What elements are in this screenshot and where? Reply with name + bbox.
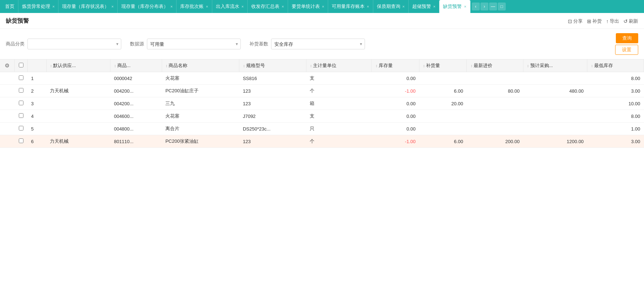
- row-spec-cell: J7092: [239, 110, 306, 123]
- data-table: ⚙ 默认供应... 商品... 商品名称 规格型号 主计量单位 库存量 补货量 …: [0, 59, 644, 148]
- tab-batch-account[interactable]: 库存批次账 ×: [177, 0, 212, 13]
- tab-demand-stats[interactable]: 要货单统计表 ×: [288, 0, 328, 13]
- select-all-checkbox[interactable]: [19, 63, 23, 67]
- page-title: 缺货预警: [6, 17, 29, 25]
- row-gear-cell: [0, 110, 14, 123]
- row-code-cell: 004800...: [110, 123, 162, 135]
- row-unit-cell: 个: [306, 135, 372, 148]
- tab-close-receive-summary[interactable]: ×: [282, 4, 284, 9]
- row-gear-cell: [0, 72, 14, 85]
- col-header-name[interactable]: 商品名称: [162, 59, 239, 72]
- row-est-purchase-cell: 480.00: [523, 85, 587, 97]
- row-min-stock-cell: 3.00: [587, 85, 644, 97]
- col-header-checkbox: [14, 59, 27, 72]
- col-header-stock[interactable]: 库存量: [372, 59, 419, 72]
- row-checkbox[interactable]: [19, 88, 23, 93]
- replenish-icon: ⊞: [587, 18, 591, 24]
- share-icon: ⊡: [568, 18, 572, 24]
- row-num-cell: 2: [27, 85, 46, 97]
- row-latest-price-cell: [467, 72, 523, 85]
- tab-prev-button[interactable]: ‹: [472, 3, 480, 10]
- row-replenish-cell: [419, 72, 467, 85]
- row-checkbox-cell: [14, 110, 27, 123]
- table-row: 5 004800... 离合片 DS250*23c... 只 0.00 1.00: [0, 123, 644, 135]
- row-checkbox[interactable]: [19, 113, 23, 118]
- tab-minimize-button[interactable]: —: [489, 3, 497, 10]
- tab-nav-buttons: ‹ › — □: [472, 3, 506, 10]
- row-num-cell: 6: [27, 135, 46, 148]
- col-header-supplier[interactable]: 默认供应...: [46, 59, 110, 72]
- settings-button[interactable]: 设置: [615, 45, 638, 55]
- row-checkbox[interactable]: [19, 126, 23, 131]
- row-supplier-cell: 力天机械: [46, 135, 110, 148]
- datasource-select-wrapper: 可用量 ▾: [147, 39, 241, 49]
- row-checkbox[interactable]: [19, 75, 23, 80]
- replenish-button[interactable]: ⊞ 补货: [587, 18, 602, 25]
- row-replenish-cell: [419, 110, 467, 123]
- filter-datasource-group: 数据源 可用量 ▾: [130, 39, 241, 49]
- row-unit-cell: 支: [306, 72, 372, 85]
- row-code-cell: 801110...: [110, 135, 162, 148]
- tab-close-defect-handling[interactable]: ×: [52, 4, 55, 9]
- row-replenish-cell: 20.00: [419, 97, 467, 110]
- row-name-cell: 火花塞: [162, 110, 239, 123]
- row-code-cell: 004200...: [110, 85, 162, 97]
- col-header-unit[interactable]: 主计量单位: [306, 59, 372, 72]
- col-header-replenish[interactable]: 补货量: [419, 59, 467, 72]
- row-name-cell: 火花塞: [162, 72, 239, 85]
- replenish-basis-select[interactable]: 安全库存: [271, 39, 365, 49]
- gear-button[interactable]: ⚙: [5, 62, 9, 69]
- row-checkbox[interactable]: [19, 101, 23, 105]
- row-est-purchase-cell: [523, 72, 587, 85]
- row-est-purchase-cell: [523, 110, 587, 123]
- datasource-select[interactable]: 可用量: [147, 39, 241, 49]
- tab-close-batch-account[interactable]: ×: [206, 4, 208, 9]
- tab-close-inventory-dist[interactable]: ×: [170, 4, 173, 9]
- row-gear-cell: [0, 85, 14, 97]
- tab-close-overstock-warning[interactable]: ×: [433, 4, 435, 9]
- replenish-basis-label: 补货基数: [249, 41, 268, 47]
- refresh-button[interactable]: ↺ 刷新: [623, 18, 638, 25]
- tab-close-available-ledger[interactable]: ×: [367, 4, 369, 9]
- export-button[interactable]: ↑ 导出: [606, 18, 619, 25]
- col-header-spec[interactable]: 规格型号: [239, 59, 306, 72]
- col-header-latest-price[interactable]: 最新进价: [467, 59, 523, 72]
- tab-expiry-query[interactable]: 保质期查询 ×: [373, 0, 409, 13]
- tab-close-inventory-status[interactable]: ×: [111, 4, 113, 9]
- tab-shortage-warning[interactable]: 缺货预警 ×: [439, 0, 470, 13]
- tab-close-expiry-query[interactable]: ×: [402, 4, 405, 9]
- row-replenish-cell: [419, 123, 467, 135]
- col-header-est-purchase[interactable]: 预计采购...: [523, 59, 587, 72]
- row-stock-cell: 0.00: [372, 97, 419, 110]
- tab-close-shortage-warning[interactable]: ×: [464, 4, 466, 9]
- tab-in-out-flow[interactable]: 出入库流水 ×: [212, 0, 248, 13]
- row-est-purchase-cell: 1200.00: [523, 135, 587, 148]
- datasource-label: 数据源: [130, 41, 144, 47]
- row-checkbox[interactable]: [19, 138, 23, 143]
- tab-next-button[interactable]: ›: [480, 3, 488, 10]
- row-gear-cell: [0, 135, 14, 148]
- export-icon: ↑: [606, 18, 609, 24]
- tab-defect-handling[interactable]: 炼货异常处理 ×: [18, 0, 58, 13]
- category-select[interactable]: [27, 39, 121, 49]
- row-supplier-cell: 力天机械: [46, 85, 110, 97]
- share-button[interactable]: ⊡ 分享: [568, 18, 583, 25]
- tab-home[interactable]: 首页: [1, 0, 18, 13]
- query-button[interactable]: 查询: [616, 33, 638, 43]
- tab-inventory-status[interactable]: 现存量（库存状况表） ×: [58, 0, 117, 13]
- row-checkbox-cell: [14, 123, 27, 135]
- col-header-min-stock[interactable]: 最低库存: [587, 59, 644, 72]
- tab-overstock-warning[interactable]: 超储预警 ×: [409, 0, 439, 13]
- col-header-gear: ⚙: [0, 59, 14, 72]
- col-header-code[interactable]: 商品...: [110, 59, 162, 72]
- tab-inventory-dist[interactable]: 现存量（库存分布表） ×: [118, 0, 177, 13]
- tab-available-ledger[interactable]: 可用量库存账本 ×: [328, 0, 373, 13]
- row-supplier-cell: [46, 110, 110, 123]
- tab-close-in-out-flow[interactable]: ×: [242, 4, 244, 9]
- tab-close-demand-stats[interactable]: ×: [322, 4, 324, 9]
- row-spec-cell: SS816: [239, 72, 306, 85]
- row-spec-cell: DS250*23c...: [239, 123, 306, 135]
- filter-category-group: 商品分类 ▾: [6, 39, 121, 49]
- tab-receive-summary[interactable]: 收发存汇总表 ×: [248, 0, 288, 13]
- tab-maximize-button[interactable]: □: [498, 3, 506, 10]
